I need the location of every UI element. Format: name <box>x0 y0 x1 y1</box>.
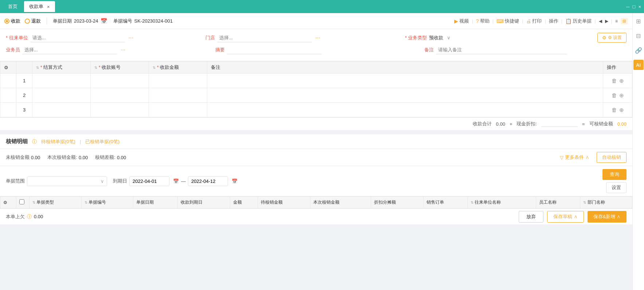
form-area: * 往来单位 ··· 门店 ··· * 业务类型 预收款 ∨ ⚙ <box>0 29 632 61</box>
writeoff-title: 核销明细 <box>6 138 28 145</box>
settings-button[interactable]: ⚙ ⚙ 设置 <box>597 33 627 43</box>
staff-input[interactable] <box>22 46 117 54</box>
available-label: 可核销金额 <box>589 121 613 127</box>
th-amount: ⇅ * 收款金额 <box>149 62 207 74</box>
help-action[interactable]: ? 帮助 <box>476 18 490 24</box>
delete-row-2-icon[interactable]: 🗑 <box>612 92 617 99</box>
nav-tab-home[interactable]: 首页 <box>3 1 23 12</box>
close-tab-icon[interactable]: × <box>47 4 50 9</box>
range-select[interactable] <box>27 176 107 186</box>
print-icon: 🖨 <box>526 18 531 24</box>
partner-field: * 往来单位 ··· <box>6 34 198 42</box>
date-to-input[interactable] <box>188 176 228 186</box>
help-icon: ? <box>476 18 479 24</box>
radio-tuihua[interactable]: 退款 <box>25 18 41 24</box>
list-icon[interactable]: ≡ <box>615 19 618 24</box>
date-filter: 到期日 📅 — 📅 <box>113 176 237 186</box>
sidebar-table-icon[interactable]: ⊞ <box>633 16 644 26</box>
shortcut-action[interactable]: ⌨ 快捷键 <box>496 18 519 24</box>
sidebar-ai-icon[interactable]: Ai <box>633 60 644 70</box>
calendar-icon[interactable]: 📅 <box>101 18 107 24</box>
window-min-btn[interactable]: ─ <box>626 4 629 9</box>
staff-dots[interactable]: ··· <box>121 47 125 53</box>
tab-pending[interactable]: 待核销单据(0笔) <box>41 138 75 145</box>
tab-done[interactable]: 已核销单据(0笔) <box>85 138 119 145</box>
delete-row-3-icon[interactable]: 🗑 <box>612 107 617 113</box>
copy-row-2-icon[interactable]: ⊕ <box>619 92 624 99</box>
summary-field: 摘要 <box>208 46 417 54</box>
grid-icon[interactable]: ⊞ <box>621 18 628 24</box>
number-field: 单据编号 SK-20230324-001 <box>113 18 173 24</box>
store-input[interactable] <box>217 34 312 42</box>
save-draft-btn[interactable]: 保存草稿 ∧ <box>547 211 584 223</box>
copy-row-1-icon[interactable]: ⊕ <box>619 78 624 84</box>
main-content: 收款 退款 单据日期 2023-03-24 📅 单据编号 SK-20230324… <box>0 13 632 290</box>
ops-action[interactable]: 操作 <box>549 18 558 24</box>
print-action[interactable]: 🖨 打印 <box>526 18 542 24</box>
partner-dots[interactable]: ··· <box>129 35 133 41</box>
abandon-btn[interactable]: 放弃 <box>519 211 543 223</box>
table-row: 1 🗑 ⊕ <box>0 74 632 88</box>
main-table: ⚙ ⇅ * 结算方式 ⇅ * 收款账号 ⇅ * 收款金额 <box>0 61 632 117</box>
window-buttons: ─ □ × <box>626 4 641 9</box>
filter-row: 单据范围 ∨ 到期日 📅 — 📅 查询 设置 <box>0 166 632 196</box>
history-action[interactable]: 📋 历史单据 <box>565 18 592 24</box>
form-row-2: 业务员 ··· 摘要 备注 <box>6 46 627 54</box>
more-conditions-btn[interactable]: ▽ 更多条件 ∧ <box>560 154 589 161</box>
partner-label: * 往来单位 <box>6 35 28 41</box>
bth-date: 单据日期 <box>133 197 178 208</box>
radio-dot-tuihua <box>25 19 30 24</box>
discount-input[interactable] <box>541 121 578 127</box>
th-settle: ⇅ * 结算方式 <box>32 62 91 74</box>
window-close-btn[interactable]: × <box>638 4 641 9</box>
nav-prev[interactable]: ◀ <box>599 19 602 24</box>
stats-row: 未核销金额 0.00 本次核销金额: 0.00 核销差额: 0.00 ▽ 更多条… <box>0 149 632 166</box>
bth-due-date: 收款到期日 <box>177 197 230 208</box>
bth-number: ⇅ 单据编号 <box>81 197 133 208</box>
available-value: 0.00 <box>617 121 627 127</box>
bth-discount: 折扣分摊额 <box>371 197 423 208</box>
date-from-input[interactable] <box>129 176 169 186</box>
form-row-1: * 往来单位 ··· 门店 ··· * 业务类型 预收款 ∨ ⚙ <box>6 33 627 43</box>
biz-type-chevron[interactable]: ∨ <box>447 35 451 40</box>
writeoff-info-icon[interactable]: ⓘ <box>32 138 37 145</box>
delete-row-1-icon[interactable]: 🗑 <box>612 78 617 84</box>
date-to-icon[interactable]: 📅 <box>232 179 237 184</box>
bth-sales-order: 销售订单 <box>423 197 468 208</box>
sidebar-data-icon[interactable]: ⊟ <box>633 31 644 41</box>
video-icon: ▶ <box>454 18 458 24</box>
store-dots[interactable]: ··· <box>315 35 320 41</box>
radio-shouquan[interactable]: 收款 <box>4 18 20 24</box>
date-from-icon[interactable]: 📅 <box>173 179 179 184</box>
auto-writeoff-btn[interactable]: 自动核销 <box>597 152 627 163</box>
sidebar-attachment-icon[interactable]: 🔗 <box>633 45 644 55</box>
table-row: 2 🗑 ⊕ <box>0 88 632 103</box>
diff-stat: 核销差额: 0.00 <box>95 154 126 161</box>
right-sidebar: ⊞ ⊟ 🔗 Ai <box>632 13 644 290</box>
nav-tab-receipt[interactable]: 收款单 × <box>24 1 55 12</box>
nav-next[interactable]: ▶ <box>605 19 608 24</box>
toolbar-actions: ▶ 视频 | ? 帮助 | ⌨ 快捷键 | 🖨 打印 | <box>454 18 628 24</box>
th-settings[interactable]: ⚙ <box>0 62 16 74</box>
partner-input[interactable] <box>30 34 125 42</box>
select-all-checkbox[interactable] <box>19 199 24 204</box>
save-new-btn[interactable]: 保存&新增 ∧ <box>588 211 627 223</box>
copy-row-3-icon[interactable]: ⊕ <box>619 107 624 113</box>
footer-buttons: 放弃 保存草稿 ∧ 保存&新增 ∧ <box>519 211 627 223</box>
bth-settings[interactable]: ⚙ <box>0 197 16 208</box>
video-action[interactable]: ▶ 视频 <box>454 18 469 24</box>
query-btn[interactable]: 查询 <box>602 169 627 180</box>
receipt-type-radio: 收款 退款 <box>4 18 41 24</box>
toolbar: 收款 退款 单据日期 2023-03-24 📅 单据编号 SK-20230324… <box>0 13 632 29</box>
footer-info-icon[interactable]: ⓘ <box>27 213 32 220</box>
shortcut-icon: ⌨ <box>496 18 504 24</box>
discount-label: 现金折扣: <box>517 121 537 127</box>
window-max-btn[interactable]: □ <box>633 4 636 9</box>
summary-input[interactable] <box>227 46 322 54</box>
filter-settings-btn[interactable]: 设置 <box>606 182 627 193</box>
remark-input[interactable] <box>436 46 567 54</box>
bth-dept-name: ⇅ 部门名称 <box>580 197 632 208</box>
biz-type-label: * 业务类型 <box>405 35 427 41</box>
biz-type-field: * 业务类型 预收款 ∨ <box>398 35 597 41</box>
bth-partner-name: ⇅ 往来单位名称 <box>468 197 536 208</box>
